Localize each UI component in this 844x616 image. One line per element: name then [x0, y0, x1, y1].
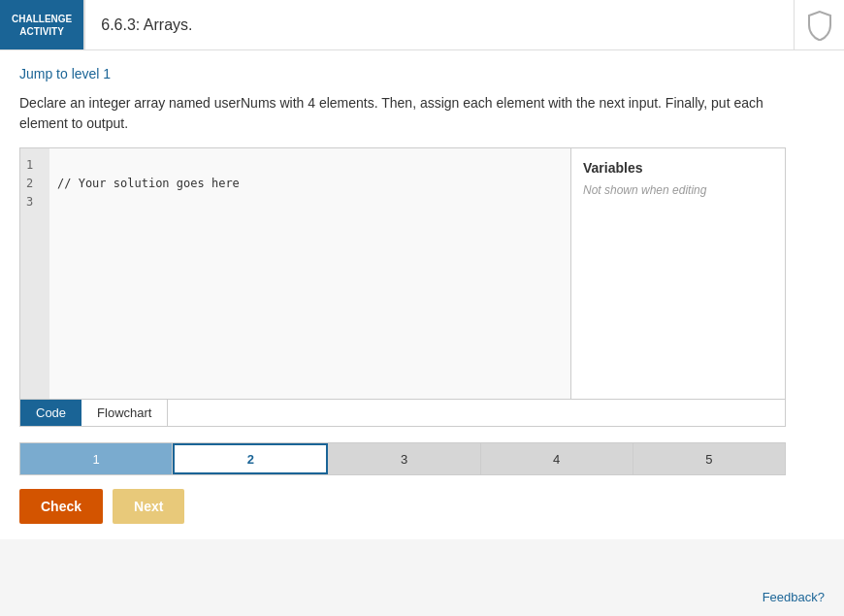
header: CHALLENGE ACTIVITY 6.6.3: Arrays.	[0, 0, 844, 50]
main-content: Jump to level 1 Declare an integer array…	[0, 50, 844, 539]
challenge-description: Declare an integer array named userNums …	[19, 93, 786, 134]
code-editor[interactable]: 1 2 3 // Your solution goes here	[20, 148, 571, 399]
progress-1[interactable]: 1	[20, 443, 173, 474]
progress-4[interactable]: 4	[481, 443, 633, 474]
progress-bar: 1 2 3 4 5	[19, 442, 786, 475]
header-shield-icon	[794, 0, 844, 49]
code-content[interactable]: // Your solution goes here	[49, 148, 247, 399]
code-section: 1 2 3 // Your solution goes here Variabl…	[19, 147, 786, 400]
action-buttons: Check Next	[19, 489, 786, 524]
page-title: 6.6.3: Arrays.	[83, 0, 794, 49]
next-button[interactable]: Next	[113, 489, 184, 524]
tab-flowchart[interactable]: Flowchart	[81, 400, 168, 426]
challenge-activity-badge: CHALLENGE ACTIVITY	[0, 0, 83, 49]
progress-2[interactable]: 2	[173, 443, 328, 474]
tab-code[interactable]: Code	[20, 400, 81, 426]
progress-5[interactable]: 5	[633, 443, 785, 474]
jump-to-level-link[interactable]: Jump to level 1	[19, 66, 111, 81]
check-button[interactable]: Check	[19, 489, 103, 524]
feedback-link[interactable]: Feedback?	[763, 590, 825, 604]
tabs-bar: Code Flowchart	[19, 400, 786, 427]
line-numbers: 1 2 3	[20, 148, 49, 399]
variables-panel: Variables Not shown when editing	[571, 148, 785, 399]
variables-title: Variables	[583, 160, 773, 176]
variables-note: Not shown when editing	[583, 183, 773, 197]
progress-3[interactable]: 3	[328, 443, 480, 474]
